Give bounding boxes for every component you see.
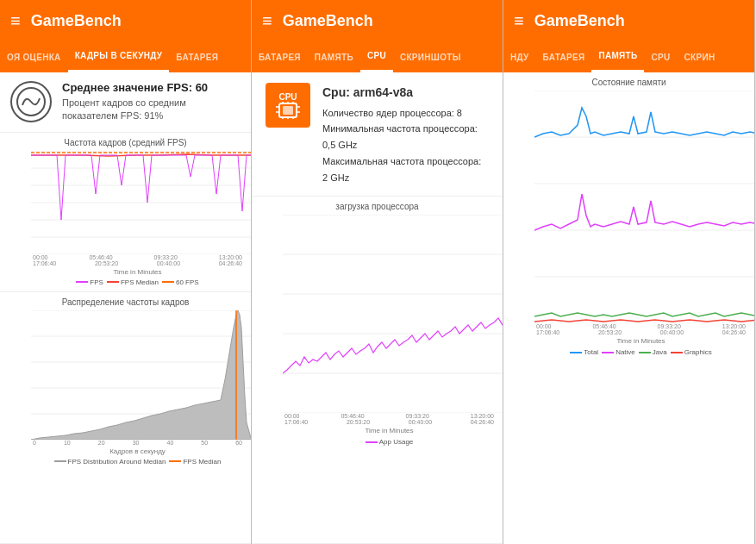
tab-fps[interactable]: КАДРЫ В СЕКУНДУ xyxy=(68,41,170,72)
tab-battery-2[interactable]: БАТАРЕЯ xyxy=(252,41,308,72)
app-title: GameBench xyxy=(31,12,122,30)
cpu-chart-section: загрузка процессора 25 20 15 10 5 0 xyxy=(252,197,503,544)
fps-dist-chart-area: 100 80 60 40 20 0 0102030405060 xyxy=(7,310,244,446)
fps-chart-area: 60 50 40 30 20 10 0 00:0005:46:4009:33:2… xyxy=(7,151,244,266)
fps-panel: ≡ GameBench ОЯ ОЦЕНКА КАДРЫ В СЕКУНДУ БА… xyxy=(0,0,252,544)
cpu-max-freq: Максимальная частота процессора: 2 GHz xyxy=(322,153,489,185)
legend-dist: FPS Distribution Around Median xyxy=(54,458,166,466)
legend-total: Total xyxy=(570,348,598,356)
memory-panel: ≡ GameBench НДУ БАТАРЕЯ ПАМЯТЬ CPU СКРИН… xyxy=(503,0,755,544)
fps-icon xyxy=(10,81,52,122)
fps-chart-title: Частота кадров (средний FPS) xyxy=(7,138,244,147)
fps-tab-bar: ОЯ ОЦЕНКА КАДРЫ В СЕКУНДУ БАТАРЕЯ xyxy=(0,41,251,72)
tab-memory-2[interactable]: ПАМЯТЬ xyxy=(308,41,360,72)
fps-chart-x-label: Time in Minutes xyxy=(31,268,244,276)
memory-chart-title: Состояние памяти xyxy=(510,78,747,87)
memory-panel-header: ≡ GameBench xyxy=(503,0,754,41)
memory-chart-x-label: Time in Minutes xyxy=(534,337,747,345)
cpu-details: Cpu: arm64-v8a Количество ядер процессор… xyxy=(322,83,489,185)
fps-avg-desc: Процент кадров со средним показателем FP… xyxy=(62,97,241,123)
legend-dist-median: FPS Median xyxy=(169,458,221,466)
legend-app-usage: App Usage xyxy=(366,438,414,446)
cpu-name: Cpu: arm64-v8a xyxy=(322,83,489,103)
cpu-icon: CPU xyxy=(266,83,310,128)
svg-marker-28 xyxy=(31,310,251,440)
hamburger-icon-3[interactable]: ≡ xyxy=(514,11,524,31)
memory-tab-bar: НДУ БАТАРЕЯ ПАМЯТЬ CPU СКРИН xyxy=(503,41,754,72)
fps-dist-legend: FPS Distribution Around Median FPS Media… xyxy=(31,458,244,466)
app-title-2: GameBench xyxy=(283,12,373,30)
memory-chart-area: 800 600 400 200 0 00:0005:46:4009:33:201… xyxy=(510,91,747,335)
tab-ndu[interactable]: НДУ xyxy=(503,41,536,72)
fps-avg-title: Среднее значение FPS: 60 xyxy=(62,81,241,94)
fps-summary-card: Среднее значение FPS: 60 Процент кадров … xyxy=(0,72,251,133)
cpu-panel-header: ≡ GameBench xyxy=(252,0,503,41)
memory-chart-legend: Total Native Java Graphics xyxy=(534,348,747,356)
legend-graphics: Graphics xyxy=(671,348,712,356)
cpu-min-freq: Минимальная частота процессора: 0,5 GHz xyxy=(322,121,489,153)
cpu-chart-area: 25 20 15 10 5 0 00:0005:46:4009:33:2013:… xyxy=(259,215,496,425)
cpu-tab-bar: БАТАРЕЯ ПАМЯТЬ CPU СКРИНШОТЫ xyxy=(252,41,503,72)
legend-60fps: 60 FPS xyxy=(162,278,199,286)
fps-info: Среднее значение FPS: 60 Процент кадров … xyxy=(62,81,241,123)
tab-screenshots[interactable]: СКРИНШОТЫ xyxy=(393,41,468,72)
tab-cpu[interactable]: CPU xyxy=(360,41,393,72)
cpu-cores: Количество ядер процессора: 8 xyxy=(322,105,489,122)
svg-rect-31 xyxy=(283,106,293,115)
legend-native: Native xyxy=(602,348,635,356)
fps-panel-header: ≡ GameBench xyxy=(0,0,251,41)
tab-battery[interactable]: БАТАРЕЯ xyxy=(169,41,225,72)
hamburger-icon[interactable]: ≡ xyxy=(10,11,21,31)
legend-fps-median: FPS Median xyxy=(107,278,159,286)
cpu-chart-title: загрузка процессора xyxy=(259,202,496,211)
legend-java: Java xyxy=(639,348,667,356)
fps-chart-section: Частота кадров (средний FPS) 60 50 40 30… xyxy=(0,133,251,292)
memory-chart-section: Состояние памяти 800 600 400 200 0 xyxy=(503,72,754,544)
cpu-panel: ≡ GameBench БАТАРЕЯ ПАМЯТЬ CPU СКРИНШОТЫ… xyxy=(252,0,503,544)
hamburger-icon-2[interactable]: ≡ xyxy=(262,11,272,31)
app-title-3: GameBench xyxy=(534,12,625,30)
fps-dist-section: Распределение частоты кадров 100 80 60 4… xyxy=(0,292,251,544)
cpu-info-card: CPU Cpu: arm64-v8a Количество ядер проце… xyxy=(252,72,503,197)
tab-memory[interactable]: ПАМЯТЬ xyxy=(591,41,644,72)
tab-screenshots-3[interactable]: СКРИН xyxy=(678,41,722,72)
fps-dist-title: Распределение частоты кадров xyxy=(7,297,244,307)
tab-battery-3[interactable]: БАТАРЕЯ xyxy=(536,41,592,72)
cpu-chart-x-label: Time in Minutes xyxy=(283,427,496,435)
fps-chart-legend: FPS FPS Median 60 FPS xyxy=(31,278,244,286)
fps-dist-x-label: Кадров в секунду xyxy=(31,447,244,455)
legend-fps: FPS xyxy=(76,278,103,286)
tab-overall[interactable]: ОЯ ОЦЕНКА xyxy=(0,41,68,72)
tab-cpu-3[interactable]: CPU xyxy=(644,41,677,72)
cpu-chart-legend: App Usage xyxy=(283,438,496,446)
